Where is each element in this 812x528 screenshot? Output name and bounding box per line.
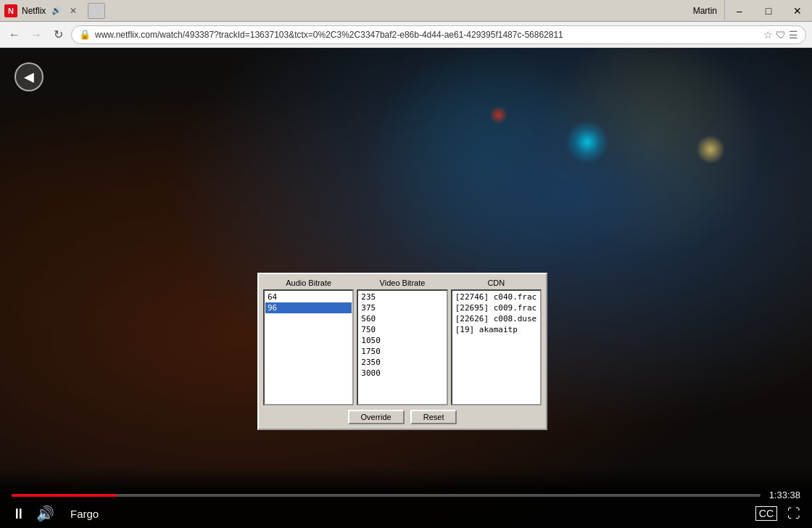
title-bar-left: N Netflix 🔊 ✕ bbox=[0, 3, 105, 19]
debug-grid: Audio Bitrate 64 96 Video Bitrate 235 37… bbox=[263, 279, 542, 405]
subtitles-icon: CC bbox=[759, 508, 774, 519]
subtitles-button[interactable]: CC bbox=[755, 506, 777, 521]
progress-row: 1:33:38 bbox=[0, 490, 812, 500]
url-right-icons: ☆ 🛡 ☰ bbox=[763, 29, 798, 41]
url-text: www.netflix.com/watch/493387?trackId=136… bbox=[95, 30, 759, 40]
new-tab-button[interactable] bbox=[88, 3, 105, 19]
cdn-listbox[interactable]: [22746] c040.frac [22695] c009.frac [226… bbox=[451, 289, 542, 405]
video-item-375[interactable]: 375 bbox=[359, 302, 445, 313]
cdn-item-3[interactable]: [22626] c008.duse bbox=[453, 313, 539, 324]
play-pause-icon: ⏸ bbox=[12, 506, 26, 522]
video-item-2350[interactable]: 2350 bbox=[359, 357, 445, 368]
tab-title: Netflix 🔊 ✕ bbox=[22, 5, 79, 17]
light-warm bbox=[696, 135, 725, 164]
cdn-label: CDN bbox=[451, 279, 542, 287]
video-bitrate-label: Video Bitrate bbox=[357, 279, 447, 287]
player-back-button[interactable]: ◀ bbox=[14, 62, 44, 91]
cdn-item-2[interactable]: [22695] c009.frac bbox=[453, 302, 539, 313]
refresh-button[interactable]: ↻ bbox=[49, 26, 67, 44]
controls-left: ⏸ 🔊 Fargo bbox=[12, 505, 99, 522]
video-player[interactable]: ◀ Audio Bitrate 64 96 Video Bitrate 235 … bbox=[0, 48, 812, 528]
address-bar: ← → ↻ 🔒 www.netflix.com/watch/493387?tra… bbox=[0, 22, 812, 48]
bookmark-icon[interactable]: ☆ bbox=[763, 29, 773, 41]
lock-icon: 🔒 bbox=[79, 29, 91, 40]
cdn-item-1[interactable]: [22746] c040.frac bbox=[453, 292, 539, 302]
video-item-235[interactable]: 235 bbox=[359, 292, 445, 302]
debug-panel: Audio Bitrate 64 96 Video Bitrate 235 37… bbox=[257, 273, 547, 430]
controls-bar: 1:33:38 ⏸ 🔊 Fargo CC ⛶ bbox=[0, 467, 812, 528]
audio-bitrate-label: Audio Bitrate bbox=[263, 279, 354, 287]
user-name: Martin bbox=[686, 0, 725, 22]
tab-close-button[interactable]: ✕ bbox=[67, 5, 79, 17]
audio-bitrate-listbox[interactable]: 64 96 bbox=[263, 289, 354, 405]
title-bar: N Netflix 🔊 ✕ Martin – □ ✕ bbox=[0, 0, 812, 22]
menu-icon[interactable]: ☰ bbox=[789, 29, 798, 41]
video-item-560[interactable]: 560 bbox=[359, 313, 445, 324]
controls-right: CC ⛶ bbox=[755, 506, 800, 521]
play-pause-button[interactable]: ⏸ bbox=[12, 506, 26, 522]
progress-bar-fill bbox=[12, 494, 117, 497]
audio-item-96[interactable]: 96 bbox=[265, 302, 352, 313]
video-bitrate-col: Video Bitrate 235 375 560 750 1050 1750 … bbox=[357, 279, 447, 405]
tab-title-text: Netflix bbox=[22, 6, 46, 16]
tab-audio-icon: 🔊 bbox=[51, 6, 62, 15]
back-arrow-icon: ◀ bbox=[24, 69, 34, 85]
time-display: 1:33:38 bbox=[769, 490, 800, 500]
minimize-button[interactable]: – bbox=[725, 0, 754, 22]
close-button[interactable]: ✕ bbox=[783, 0, 812, 22]
volume-button[interactable]: 🔊 bbox=[36, 505, 54, 522]
reset-button[interactable]: Reset bbox=[410, 410, 457, 424]
video-item-750[interactable]: 750 bbox=[359, 324, 445, 335]
fullscreen-button[interactable]: ⛶ bbox=[787, 506, 800, 521]
cdn-col: CDN [22746] c040.frac [22695] c009.frac … bbox=[451, 279, 542, 405]
restore-button[interactable]: □ bbox=[754, 0, 783, 22]
video-item-3000[interactable]: 3000 bbox=[359, 368, 445, 379]
netflix-logo: N bbox=[4, 4, 17, 17]
movie-title: Fargo bbox=[70, 508, 99, 520]
progress-bar[interactable] bbox=[12, 494, 761, 497]
light-red bbox=[489, 106, 508, 124]
video-item-1050[interactable]: 1050 bbox=[359, 335, 445, 346]
light-cyan bbox=[566, 120, 609, 164]
volume-icon: 🔊 bbox=[36, 505, 54, 522]
forward-nav-button[interactable]: → bbox=[28, 26, 45, 44]
audio-item-64[interactable]: 64 bbox=[265, 292, 352, 302]
video-item-1750[interactable]: 1750 bbox=[359, 346, 445, 357]
debug-buttons: Override Reset bbox=[263, 410, 542, 424]
video-bitrate-listbox[interactable]: 235 375 560 750 1050 1750 2350 3000 bbox=[357, 289, 447, 405]
back-nav-button[interactable]: ← bbox=[6, 26, 23, 44]
override-button[interactable]: Override bbox=[348, 410, 405, 424]
title-bar-right: Martin – □ ✕ bbox=[686, 0, 812, 22]
extension-icon[interactable]: 🛡 bbox=[776, 29, 786, 41]
url-bar[interactable]: 🔒 www.netflix.com/watch/493387?trackId=1… bbox=[71, 25, 806, 44]
cdn-item-4[interactable]: [19] akamaitp bbox=[453, 324, 539, 335]
fullscreen-icon: ⛶ bbox=[787, 506, 800, 521]
controls-row: ⏸ 🔊 Fargo CC ⛶ bbox=[0, 505, 812, 522]
audio-bitrate-col: Audio Bitrate 64 96 bbox=[263, 279, 354, 405]
